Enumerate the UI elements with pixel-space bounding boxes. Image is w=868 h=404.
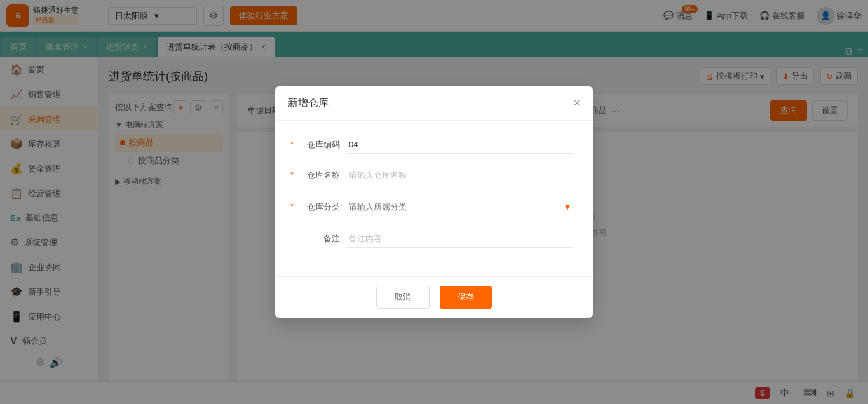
category-label: 仓库分类 bbox=[295, 201, 346, 213]
save-button[interactable]: 保存 bbox=[440, 286, 492, 309]
remark-label: 备注 bbox=[295, 233, 346, 245]
cancel-button[interactable]: 取消 bbox=[376, 286, 430, 309]
form-row-name: 仓库名称 bbox=[295, 166, 573, 184]
modal-overlay[interactable]: 新增仓库 × 仓库编码 仓库名称 仓库分类 ▾ bbox=[0, 0, 868, 404]
modal-title: 新增仓库 bbox=[288, 97, 329, 110]
modal-header: 新增仓库 × bbox=[275, 86, 593, 121]
category-input[interactable] bbox=[349, 202, 565, 212]
name-input[interactable] bbox=[346, 166, 573, 184]
form-row-code: 仓库编码 bbox=[295, 136, 573, 154]
category-select[interactable]: ▾ bbox=[346, 197, 573, 217]
name-label: 仓库名称 bbox=[295, 170, 346, 181]
remark-input[interactable] bbox=[346, 230, 573, 248]
category-dropdown-icon: ▾ bbox=[565, 201, 570, 213]
form-row-remark: 备注 bbox=[295, 230, 573, 248]
modal-body: 仓库编码 仓库名称 仓库分类 ▾ 备注 bbox=[275, 121, 593, 276]
form-row-category: 仓库分类 ▾ bbox=[295, 197, 573, 217]
modal-add-warehouse: 新增仓库 × 仓库编码 仓库名称 仓库分类 ▾ bbox=[275, 86, 593, 318]
modal-close-icon[interactable]: × bbox=[573, 97, 580, 110]
code-label: 仓库编码 bbox=[295, 139, 346, 151]
modal-footer: 取消 保存 bbox=[275, 276, 593, 318]
code-input[interactable] bbox=[346, 136, 573, 154]
